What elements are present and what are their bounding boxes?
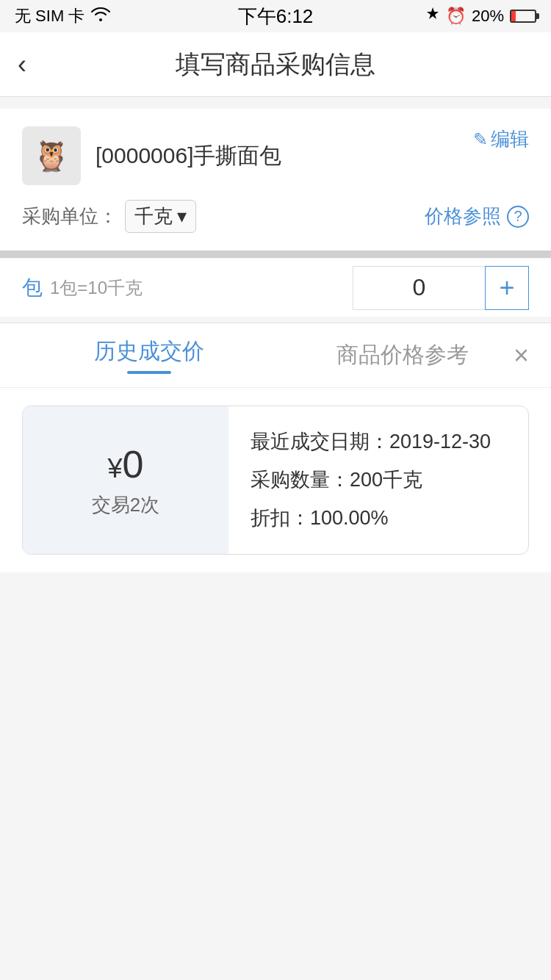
location-icon [425, 7, 440, 26]
back-button[interactable]: ‹ [18, 49, 26, 80]
tab-active-indicator [127, 371, 171, 374]
tab-product-price-label: 商品价格参考 [336, 340, 469, 370]
quantity-label: 包 1包=10千克 [22, 274, 143, 302]
purchase-qty-row: 采购数量：200千克 [251, 466, 506, 494]
latest-date-row: 最近成交日期：2019-12-30 [251, 428, 506, 456]
quantity-control: + [353, 266, 529, 310]
product-card: 🦉 [0000006]手撕面包 ✎ 编辑 采购单位： 千克 ▾ 价格参照 ? [0, 109, 551, 251]
product-left: 🦉 [0000006]手撕面包 [22, 126, 281, 185]
quantity-row: 包 1包=10千克 + [0, 258, 551, 317]
tab-bar: 历史成交价 商品价格参考 × [0, 323, 551, 388]
product-header: 🦉 [0000006]手撕面包 ✎ 编辑 [22, 126, 529, 185]
price-right-panel: 最近成交日期：2019-12-30 采购数量：200千克 折扣：100.00% [228, 406, 528, 554]
currency-symbol: ¥ [108, 453, 123, 483]
carrier-text: 无 SIM 卡 [15, 5, 84, 27]
status-time: 下午6:12 [238, 4, 314, 29]
info-icon: ? [507, 206, 529, 228]
bottom-area [0, 572, 551, 980]
alarm-icon: ⏰ [446, 7, 466, 26]
wifi-icon [90, 7, 111, 26]
product-icon: 🦉 [22, 126, 81, 185]
price-reference-button[interactable]: 价格参照 ? [425, 203, 529, 229]
battery-icon [510, 7, 536, 26]
status-bar: 无 SIM 卡 下午6:12 ⏰ 20% [0, 0, 551, 32]
trade-count: 交易2次 [92, 492, 159, 518]
progress-divider [0, 251, 551, 258]
history-price-content: ¥0 交易2次 最近成交日期：2019-12-30 采购数量：200千克 折扣：… [0, 388, 551, 572]
status-right: ⏰ 20% [425, 7, 536, 26]
tab-history-label: 历史成交价 [94, 336, 204, 367]
edit-button[interactable]: ✎ 编辑 [473, 126, 529, 152]
status-left: 无 SIM 卡 [15, 5, 111, 27]
quantity-plus-button[interactable]: + [485, 266, 529, 310]
tab-history-price[interactable]: 历史成交价 [22, 323, 276, 387]
bag-icon: 包 [22, 274, 43, 302]
unit-label: 采购单位： 千克 ▾ [22, 200, 196, 233]
dropdown-arrow: ▾ [177, 205, 187, 228]
owl-logo: 🦉 [33, 139, 70, 173]
price-amount: ¥0 [108, 442, 144, 486]
edit-icon: ✎ [473, 129, 488, 150]
tab-product-price-ref[interactable]: 商品价格参考 [276, 323, 529, 387]
price-card: ¥0 交易2次 最近成交日期：2019-12-30 采购数量：200千克 折扣：… [22, 406, 529, 555]
unit-select[interactable]: 千克 ▾ [125, 200, 196, 233]
price-left-panel: ¥0 交易2次 [23, 406, 228, 554]
battery-text: 20% [472, 7, 504, 26]
price-modal: 历史成交价 商品价格参考 × ¥0 交易2次 最近成交日期：2019-12-30 [0, 323, 551, 572]
product-unit-row: 采购单位： 千克 ▾ 价格参照 ? [22, 200, 529, 233]
unit-conversion: 1包=10千克 [50, 276, 143, 300]
product-name: [0000006]手撕面包 [96, 141, 281, 171]
page-title: 填写商品采购信息 [176, 48, 375, 82]
quantity-input[interactable] [353, 266, 485, 310]
modal-close-button[interactable]: × [514, 340, 529, 371]
discount-row: 折扣：100.00% [251, 505, 506, 533]
nav-bar: ‹ 填写商品采购信息 [0, 32, 551, 97]
